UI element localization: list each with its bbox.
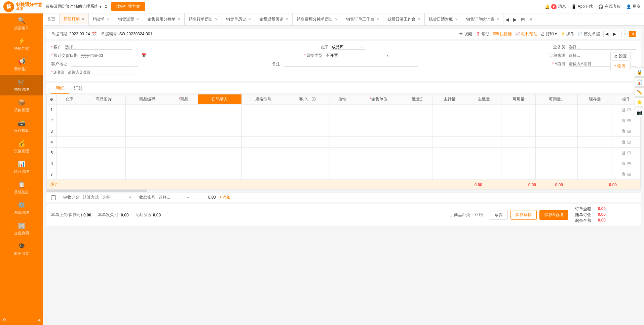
scrollbar-thumb[interactable] <box>46 190 147 192</box>
settings-form-btn[interactable]: ⚙ 设置 <box>610 52 631 60</box>
tab-sales-return[interactable]: 销货退货 ✕ <box>114 13 143 26</box>
staff-field[interactable] <box>569 45 629 49</box>
delete-row-2-icon[interactable]: 🗑 <box>621 118 626 123</box>
float-chart-icon[interactable]: 📊 <box>635 77 644 87</box>
remark-field[interactable] <box>283 62 411 66</box>
tab-close-sales-order[interactable]: ✕ <box>82 17 84 21</box>
tab-close-order-workbench[interactable]: ✕ <box>376 17 379 21</box>
tab-daily-workbench[interactable]: 钱货日清工作台 ✕ <box>383 13 425 26</box>
tab-invoice-history[interactable]: 销货单历史 ✕ <box>222 13 255 26</box>
invoice-type-field[interactable] <box>326 53 386 58</box>
tab-fee-split[interactable]: 销售费用分摊单 ✕ <box>143 13 185 26</box>
warehouse-input[interactable]: ··· <box>332 45 365 50</box>
operation-btn[interactable]: ⚡ 操作 <box>560 31 574 37</box>
tab-prev-btn[interactable]: ◀ <box>503 13 511 26</box>
tab-close-daily-reconcile[interactable]: ✕ <box>455 17 458 21</box>
help-btn[interactable]: ❓ 帮助 <box>476 31 490 37</box>
col-scan[interactable]: 扫码录入 <box>198 94 241 105</box>
tab-order-workbench[interactable]: 销售订单工作台 ✕ <box>342 13 383 26</box>
notification-item[interactable]: 🔔 9 消息 <box>545 4 566 9</box>
tab-close-order-history[interactable]: ✕ <box>215 17 218 21</box>
copy-row-6-icon[interactable]: ⊞ <box>627 161 631 166</box>
card-view-icon[interactable]: ⊞ <box>629 31 636 37</box>
payment-method-input[interactable]: ▾ <box>102 195 136 200</box>
print-btn[interactable]: 🖨 打印 ▾ <box>541 31 557 37</box>
sidebar-item-inventory[interactable]: 🗃️ 库存核算 <box>0 116 43 136</box>
address-input[interactable]: ··· <box>71 62 138 67</box>
solution-button[interactable]: 体验行业方案 <box>111 2 145 11</box>
tab-close-all-btn[interactable]: ✕ <box>527 13 535 26</box>
tab-summary[interactable]: 汇总 <box>69 83 87 93</box>
float-edit-icon[interactable]: ✏️ <box>635 87 644 97</box>
delete-row-6-icon[interactable]: 🗑 <box>621 161 626 166</box>
tab-close-sales-stats[interactable]: ✕ <box>496 17 499 21</box>
discard-button[interactable]: 放弃 <box>490 210 508 220</box>
tab-sales-invoice[interactable]: 销货单 ✕ <box>89 13 114 26</box>
copy-row-1-icon[interactable]: ⊞ <box>627 107 631 112</box>
nav-left-icon[interactable]: ◀ <box>603 31 610 37</box>
copy-row-3-icon[interactable]: ⊞ <box>627 129 631 134</box>
float-camera-icon[interactable]: 📷 <box>635 108 644 117</box>
system-name[interactable]: 装备及固定资产辅助管理系统 ▾ ⚙ <box>46 4 108 9</box>
tab-close-daily-workbench[interactable]: ✕ <box>418 17 420 21</box>
delete-row-7-icon[interactable]: 🗑 <box>621 172 626 177</box>
copy-row-7-icon[interactable]: ⊞ <box>627 172 631 177</box>
sidebar-item-search[interactable]: 🔍 搜索菜单 <box>0 13 43 34</box>
tab-close-sales-invoice[interactable]: ✕ <box>107 17 110 21</box>
b-project-input[interactable] <box>68 70 135 75</box>
staff-input[interactable] <box>569 45 636 50</box>
tab-return-history[interactable]: 销货退货历史 ✕ <box>255 13 293 26</box>
collapse-icon[interactable]: ◀ <box>37 318 40 322</box>
add-material-btn[interactable]: + 物流 <box>610 62 631 70</box>
settings-bottom-icon[interactable]: ⚙ <box>3 318 6 322</box>
delete-row-5-icon[interactable]: 🗑 <box>621 150 626 155</box>
online-service-item[interactable]: 🎧 在线客服 <box>598 4 621 9</box>
history-btn[interactable]: 📄 历史单据 <box>578 31 600 37</box>
tab-fee-split-history[interactable]: 销售费用分摊单历史 ✕ <box>293 13 342 26</box>
tab-home[interactable]: 首页 <box>43 13 60 26</box>
sidebar-item-sales[interactable]: 🛒 销售管理 <box>0 75 43 95</box>
copy-row-2-icon[interactable]: ⊞ <box>627 118 631 123</box>
copy-row-5-icon[interactable]: ⊞ <box>627 150 631 155</box>
settings-icon[interactable]: ⚙ <box>104 4 108 9</box>
list-view-icon[interactable]: ≡ <box>621 31 628 37</box>
copy-row-4-icon[interactable]: ⊞ <box>627 139 631 145</box>
account-input[interactable]: ··· <box>159 195 192 200</box>
sidebar-item-operation[interactable]: 📊 经营管理 <box>0 157 43 177</box>
address-field[interactable] <box>71 62 131 66</box>
tab-order-history[interactable]: 销售订单历史 ✕ <box>185 13 222 26</box>
scrollbar[interactable] <box>46 190 641 192</box>
tab-close-return-history[interactable]: ✕ <box>286 17 288 21</box>
view-btn[interactable]: 👁 视频 <box>459 31 472 37</box>
customer-field[interactable] <box>65 45 125 49</box>
payment-method-field[interactable] <box>102 195 129 200</box>
sidebar-item-enterprise[interactable]: 🏢 企业协同 <box>0 218 43 239</box>
float-star-icon[interactable]: ⭐ <box>635 97 644 107</box>
delete-row-3-icon[interactable]: 🗑 <box>621 129 626 134</box>
nav-right-icon[interactable]: ▶ <box>611 31 618 37</box>
sidebar-item-basic[interactable]: 📋 基础信息 <box>0 177 43 198</box>
tab-sales-order[interactable]: 销售订单 ✕ <box>60 13 89 26</box>
tab-close-fee-split-history[interactable]: ✕ <box>335 17 338 21</box>
delivery-date-input[interactable]: 📅 <box>81 53 148 58</box>
delivery-date-field[interactable] <box>81 53 142 58</box>
delete-row-4-icon[interactable]: 🗑 <box>621 139 626 145</box>
tab-expand-btn[interactable]: ⊞ <box>519 13 527 26</box>
app-download-item[interactable]: 📱 App下载 <box>571 4 593 9</box>
sidebar-item-marketing[interactable]: 📢 营销推广 <box>0 54 43 75</box>
tab-sales-stats[interactable]: 销售订单统计表 ✕ <box>462 13 503 26</box>
sidebar-item-guide[interactable]: 🎓 新手引导 <box>0 239 43 259</box>
profit-btn[interactable]: 📈 毛利预估 <box>515 31 537 37</box>
delete-row-1-icon[interactable]: 🗑 <box>621 107 626 112</box>
tab-detail[interactable]: 明细 <box>51 83 69 94</box>
customer-input[interactable]: ··· <box>65 45 132 50</box>
tab-close-fee-split[interactable]: ✕ <box>178 17 180 21</box>
sidebar-item-purchase[interactable]: 📦 采购管理 <box>0 95 43 116</box>
tab-daily-reconcile[interactable]: 钱货日清对账 ✕ <box>425 13 462 26</box>
b-project-field[interactable] <box>68 70 128 75</box>
sidebar-item-finance[interactable]: 💰 资金管理 <box>0 136 43 157</box>
one-click-checkbox[interactable] <box>51 195 56 200</box>
save-draft-button[interactable]: 保存草稿 <box>510 210 537 220</box>
account-field[interactable] <box>159 195 186 200</box>
save-new-button[interactable]: 保存&新增 <box>539 210 568 220</box>
